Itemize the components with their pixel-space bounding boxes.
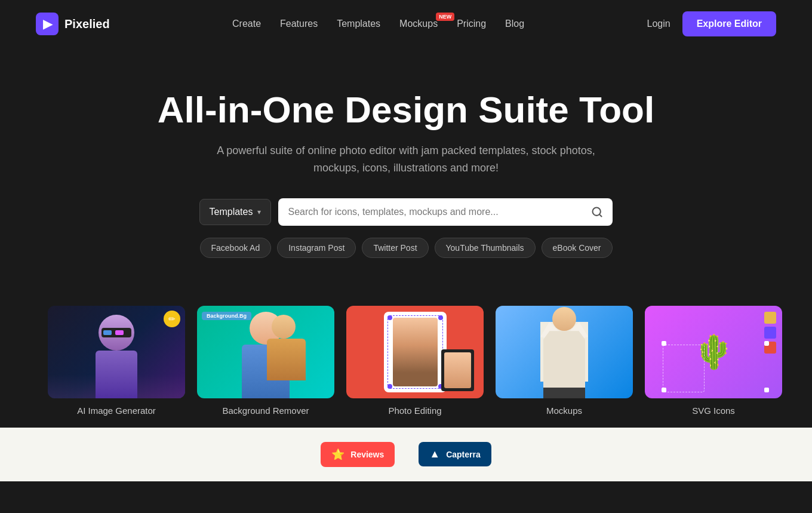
tags-section: Facebook Ad Instagram Post Twitter Post … [12, 238, 800, 258]
capterra-badge: ▲ Capterra [419, 442, 491, 466]
star-icon: ⭐ [331, 448, 345, 461]
chevron-down-icon: ▾ [257, 208, 261, 216]
search-type-dropdown[interactable]: Templates ▾ [199, 199, 272, 225]
navbar: ▶ Pixelied Create Features Templates Moc… [0, 0, 812, 48]
card-ai-image-generator[interactable]: ✏ AI Image Generator [48, 306, 185, 416]
selection-border [663, 345, 705, 392]
nav-pricing[interactable]: Pricing [457, 19, 486, 29]
card-mockup-label: Mockups [496, 406, 633, 416]
explore-editor-button[interactable]: Explore Editor [682, 11, 776, 36]
nav-mockups[interactable]: Mockups [399, 19, 438, 29]
card-bg-label: Background Remover [197, 406, 334, 416]
tag-instagram-post[interactable]: Instagram Post [277, 238, 356, 258]
card-mockup-image: pattern [496, 306, 633, 398]
card-svg-label: SVG Icons [645, 406, 782, 416]
card-background-remover[interactable]: Background.Bg ✓ Background Remover [197, 306, 334, 416]
search-box [278, 198, 613, 226]
card-svg-image: 🌵 [645, 306, 782, 398]
card-photo-label: Photo Editing [346, 406, 484, 416]
card-photo-image [346, 306, 484, 398]
color-palette [764, 312, 776, 354]
logo-link[interactable]: ▶ Pixelied [36, 13, 110, 35]
capterra-icon: ▲ [429, 448, 440, 460]
search-dropdown-label: Templates [210, 207, 253, 217]
nav-right: Login Explore Editor [647, 11, 776, 36]
feature-cards: ✏ AI Image Generator [0, 306, 812, 416]
handle-tr [764, 388, 769, 392]
handle-bl [662, 341, 666, 346]
search-input[interactable] [288, 198, 591, 226]
nav-blog[interactable]: Blog [505, 19, 524, 29]
handle-tl [662, 388, 666, 392]
tag-facebook-ad[interactable]: Facebook Ad [200, 238, 272, 258]
logo-text: Pixelied [64, 17, 110, 31]
nav-templates[interactable]: Templates [337, 19, 380, 29]
nav-create[interactable]: Create [232, 19, 261, 29]
card-ai-label: AI Image Generator [48, 406, 185, 416]
tag-ebook-cover[interactable]: eBook Cover [542, 238, 613, 258]
card-svg-icons[interactable]: 🌵 SVG Icons [645, 306, 782, 416]
tag-youtube-thumbnails[interactable]: YouTube Thumbnails [435, 238, 536, 258]
card-mockups[interactable]: pattern Mockups [496, 306, 633, 416]
reviews-label: Reviews [350, 450, 384, 459]
hero-section: All-in-One Design Suite Tool A powerful … [0, 48, 812, 306]
magic-wand-icon: ✏ [164, 311, 180, 327]
nav-links: Create Features Templates Mockups NEW Pr… [232, 19, 524, 29]
login-button[interactable]: Login [647, 19, 670, 29]
card-bg-image: Background.Bg ✓ [197, 306, 334, 398]
capterra-label: Capterra [446, 450, 481, 459]
tag-twitter-post[interactable]: Twitter Post [362, 238, 428, 258]
bottom-band: ⭐ Reviews ▲ Capterra [0, 428, 812, 481]
search-icon [591, 206, 603, 218]
nav-features[interactable]: Features [280, 19, 318, 29]
card-photo-editing[interactable]: Photo Editing [346, 306, 484, 416]
handle-br [764, 341, 769, 346]
search-section: Templates ▾ [12, 198, 800, 226]
hero-subtitle: A powerful suite of online photo editor … [215, 142, 597, 177]
search-button[interactable] [591, 206, 603, 218]
reviews-badge: ⭐ Reviews [321, 442, 395, 467]
svg-line-1 [599, 214, 602, 217]
hero-title: All-in-One Design Suite Tool [12, 90, 800, 130]
card-ai-image: ✏ [48, 306, 185, 398]
new-badge: NEW [436, 13, 454, 21]
logo-icon: ▶ [36, 13, 59, 35]
